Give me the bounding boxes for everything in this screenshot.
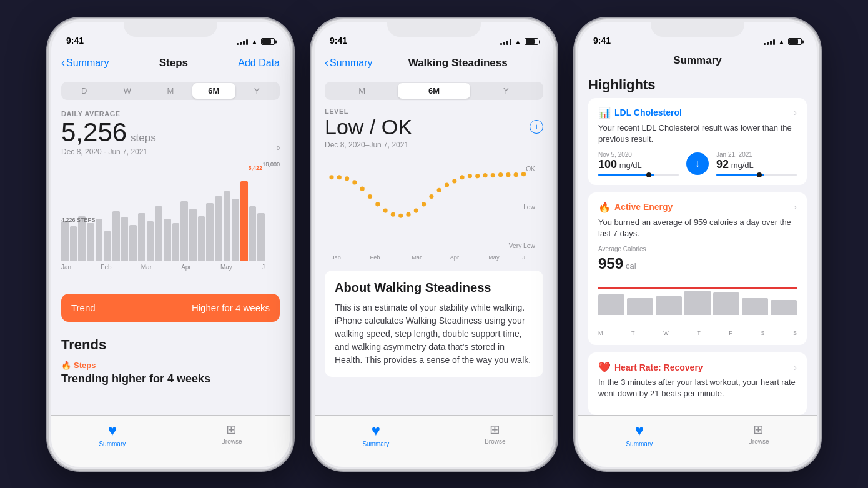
cal-x-t1: T (631, 330, 635, 336)
cal-bar-m (598, 294, 624, 315)
bar-8 (121, 217, 129, 261)
tab-browse-2[interactable]: ⊞ Browse (485, 422, 505, 445)
svg-point-8 (368, 194, 372, 198)
bar-13 (164, 219, 171, 261)
bar-14 (172, 223, 180, 261)
back-button-walking[interactable]: ‹ Summary (325, 56, 372, 69)
svg-point-25 (498, 172, 503, 177)
svg-point-16 (429, 194, 433, 198)
highlights-title: Highlights (578, 72, 817, 96)
tab-browse-label-3: Browse (748, 438, 769, 445)
ldl-card[interactable]: 📊 LDL Cholesterol › Your recent LDL Chol… (588, 98, 807, 185)
svg-point-27 (514, 172, 518, 177)
svg-point-26 (506, 172, 510, 177)
about-title: About Walking Steadiness (335, 281, 533, 295)
heart-rate-card[interactable]: ❤️ Heart Rate: Recovery › In the 3 minut… (588, 352, 807, 414)
bar-2 (70, 226, 77, 261)
cal-x-f: F (729, 330, 732, 336)
chol-right-unit: mg/dL (731, 161, 754, 170)
hr-label: Heart Rate: Recovery (614, 362, 703, 372)
iphone-steps: 9:41 ▲ ‹ Summary Steps Add (49, 19, 292, 469)
battery-icon-3 (788, 38, 802, 45)
tab-browse-3[interactable]: ⊞ Browse (748, 422, 769, 445)
bar-5 (96, 219, 103, 261)
svg-text:May: May (488, 254, 500, 260)
calorie-chart: Average Calories 959 cal (598, 246, 797, 336)
svg-point-22 (475, 174, 480, 178)
tab-summary-1[interactable]: ♥ Summary (99, 422, 126, 447)
daily-avg-label: DAILY AVERAGE (51, 105, 290, 117)
chol-comparison: Nov 5, 2020 100 mg/dL ↓ (598, 151, 797, 176)
energy-card[interactable]: 🔥 Active Energy › You burned an average … (588, 192, 807, 345)
trend-item-desc: Trending higher for 4 weeks (61, 372, 280, 386)
y-min-label: 0 (277, 145, 280, 151)
svg-point-5 (345, 176, 349, 181)
walk-seg-m[interactable]: M (326, 83, 398, 99)
info-button[interactable]: i (530, 120, 543, 134)
trend-badge-value: Higher for 4 weeks (192, 302, 270, 313)
tab-summary-label-2: Summary (362, 441, 389, 447)
browse-icon-1: ⊞ (226, 422, 237, 437)
cal-x-axis: M T W T F S S (598, 327, 797, 336)
seg-w[interactable]: W (106, 83, 149, 99)
signal-bars-2 (500, 39, 511, 45)
cal-bar-s1 (742, 298, 768, 315)
svg-text:J: J (522, 254, 525, 260)
heart-icon-1: ♥ (108, 422, 117, 439)
ldl-desc: Your recent LDL Cholesterol result was l… (598, 122, 797, 145)
notch-3 (651, 19, 744, 37)
walk-seg-y[interactable]: Y (470, 83, 542, 99)
svg-point-15 (422, 202, 426, 206)
chol-left-unit: mg/dL (619, 161, 642, 170)
bar-22-highlight (240, 181, 248, 261)
svg-point-28 (521, 172, 526, 176)
x-axis: Jan Feb Mar Apr May J (61, 261, 280, 273)
iphone-walking: 9:41 ▲ ‹ Summary Walking Steadines (312, 19, 556, 469)
svg-text:Apr: Apr (450, 254, 459, 260)
seg-d[interactable]: D (62, 83, 106, 99)
page-title-walking: Walking Steadiness (408, 57, 508, 69)
seg-y[interactable]: Y (235, 83, 279, 99)
bar-9 (129, 225, 137, 261)
cal-x-m: M (598, 330, 603, 336)
svg-point-9 (375, 202, 380, 206)
about-text: This is an estimate of your stability wh… (335, 301, 533, 367)
tab-summary-3[interactable]: ♥ Summary (626, 422, 653, 447)
walk-seg-6m[interactable]: 6M (398, 83, 470, 99)
cal-bar-f (713, 292, 739, 315)
bar-20 (224, 191, 231, 261)
steps-date-range: Dec 8, 2020 - Jun 7, 2021 (51, 147, 290, 161)
seg-6m[interactable]: 6M (192, 83, 235, 99)
time-segment-control[interactable]: D W M 6M Y (61, 82, 280, 100)
back-button-steps[interactable]: ‹ Summary (61, 56, 109, 69)
summary-page-title: Summary (578, 49, 817, 72)
bar-19 (215, 196, 222, 261)
notch-2 (387, 19, 481, 37)
tab-bar-3: ♥ Summary ⊞ Browse (578, 415, 817, 467)
seg-m[interactable]: M (149, 83, 192, 99)
add-data-button[interactable]: Add Data (238, 57, 280, 69)
cal-bar-w (656, 296, 682, 315)
svg-text:Low: Low (523, 204, 535, 211)
notch-1 (124, 19, 217, 37)
walking-segment-control[interactable]: M 6M Y (325, 82, 543, 100)
chol-left-bar (598, 174, 679, 176)
svg-point-4 (337, 175, 342, 179)
ldl-category: 📊 LDL Cholesterol (598, 107, 682, 119)
svg-point-20 (460, 175, 465, 179)
chol-right-bar (716, 174, 797, 176)
bar-21 (232, 199, 239, 261)
energy-category: 🔥 Active Energy (598, 201, 673, 213)
bar-10 (138, 213, 145, 261)
cal-value: 959 (598, 255, 623, 272)
bar-4 (87, 223, 94, 261)
heart-icon-3: ♥ (635, 422, 644, 439)
tab-summary-2[interactable]: ♥ Summary (362, 422, 389, 447)
energy-chevron: › (794, 202, 797, 212)
trend-badge[interactable]: Trend Higher for 4 weeks (61, 294, 280, 322)
tab-browse-1[interactable]: ⊞ Browse (221, 422, 242, 445)
browse-icon-2: ⊞ (490, 422, 500, 437)
page-title-steps: Steps (159, 57, 188, 69)
cal-x-t2: T (697, 330, 701, 336)
tab-browse-label-1: Browse (221, 438, 242, 445)
